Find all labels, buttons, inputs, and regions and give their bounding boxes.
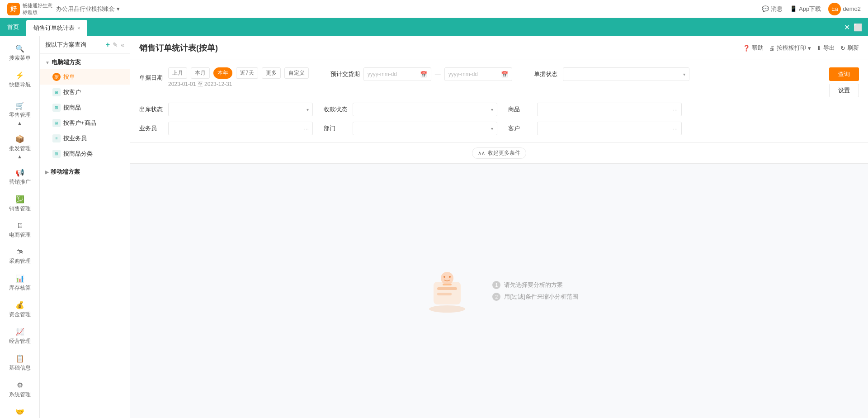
window-close-button[interactable]: ✕ [844, 23, 850, 32]
retail-icon: 🛒 [15, 101, 24, 110]
btn-7days[interactable]: 近7天 [236, 67, 258, 79]
scheme-by-salesman[interactable]: ≡ 按业务员 [40, 131, 130, 146]
svg-rect-3 [437, 293, 452, 295]
customer-input[interactable]: ··· [537, 122, 682, 135]
scheme-salesman-icon: ≡ [52, 134, 61, 142]
refresh-button[interactable]: ↻ 刷新 [840, 44, 859, 52]
edit-scheme-button[interactable]: ✎ [113, 41, 118, 48]
scheme-category-icon: ⊞ [52, 150, 61, 158]
sidebar-item-search[interactable]: 🔍 搜索菜单 [0, 40, 39, 66]
query-button[interactable]: 查询 [829, 67, 859, 81]
salesman-filter: 业务员 ··· [139, 122, 313, 135]
add-scheme-button[interactable]: + [106, 41, 110, 49]
top-bar-title[interactable]: 办公用品行业模拟账套 ▾ [56, 5, 120, 13]
left-panel: 按以下方案查询 + ✎ « ▼ 电脑端方案 按 按单 ⊞ 按客户 ⊞ 按商品 [40, 36, 130, 418]
salesman-input[interactable]: ··· [168, 122, 313, 135]
print-arrow-icon: ▾ [808, 45, 811, 52]
top-bar-right: 💬 消息 📱 App下载 Ea demo2 [762, 3, 861, 15]
date-range-text: 2023-01-01 至 2023-12-31 [168, 81, 309, 88]
scheme-by-order[interactable]: 按 按单 [40, 69, 130, 85]
inventory-icon: 📊 [15, 274, 24, 283]
calendar-icon2: 📅 [501, 71, 508, 78]
tab-close-icon[interactable]: × [77, 25, 80, 31]
sidebar-item-marketing[interactable]: 📢 营销推广 [0, 164, 39, 190]
scheme-by-category[interactable]: ⊞ 按商品分类 [40, 146, 130, 162]
top-bar: 好 畅捷通好生意 标题版 办公用品行业模拟账套 ▾ 💬 消息 📱 App下载 E… [0, 0, 868, 18]
btn-this-month[interactable]: 本月 [191, 67, 210, 79]
expand-icon2: ▲ [17, 154, 22, 159]
download-icon: 📱 [790, 5, 797, 12]
mobile-scheme-section: ▶ 移动端方案 [40, 163, 130, 180]
chevron-down-icon4: ▾ [491, 107, 493, 112]
sidebar-item-sales[interactable]: 💹 销售管理 [0, 190, 39, 217]
sidebar-item-system[interactable]: ⚙ 系统管理 [0, 376, 39, 403]
filter-row-3: 业务员 ··· 部门 ▾ 客户 [139, 122, 859, 135]
btn-custom[interactable]: 自定义 [284, 67, 309, 79]
payment-status-select[interactable]: ▾ [353, 103, 497, 116]
sidebar-item-basic[interactable]: 📋 基础信息 [0, 350, 39, 376]
message-button[interactable]: 💬 消息 [762, 5, 783, 13]
btn-this-year[interactable]: 本年 [213, 67, 232, 79]
customer-dots-icon[interactable]: ··· [673, 125, 678, 132]
scheme-by-customer[interactable]: ⊞ 按客户 [40, 85, 130, 100]
svg-point-5 [443, 276, 445, 278]
calendar-icon: 📅 [420, 71, 427, 78]
sidebar-item-wholesale[interactable]: 📦 批发管理 ▲ [0, 130, 39, 164]
export-button[interactable]: ⬇ 导出 [816, 44, 835, 52]
goods-input[interactable]: ··· [537, 103, 682, 116]
sidebar-item-ecommerce[interactable]: 🖥 电商管理 [0, 217, 39, 243]
logo-area: 好 畅捷通好生意 标题版 [7, 2, 52, 15]
sidebar-item-retail[interactable]: 🛒 零售管理 ▲ [0, 97, 39, 130]
collapse-panel-button[interactable]: « [121, 41, 124, 48]
tip-num-1: 1 [492, 281, 500, 289]
sales-icon: 💹 [15, 195, 24, 204]
expected-date-start[interactable]: yyyy-mm-dd 📅 [363, 67, 431, 81]
tab-bar: 首页 销售订单统计表 × ✕ ⬜ [0, 18, 868, 36]
pc-scheme-header[interactable]: ▼ 电脑端方案 [40, 56, 130, 69]
delivery-status-select[interactable]: ▾ [168, 103, 313, 116]
setting-button[interactable]: 设置 [829, 84, 859, 97]
sidebar-item-inventory[interactable]: 📊 库存核算 [0, 270, 39, 296]
sidebar-item-cooperation[interactable]: 🤝 企业协同 [0, 403, 39, 418]
main-layout: 🔍 搜索菜单 ⚡ 快捷导航 🛒 零售管理 ▲ 📦 批发管理 ▲ 📢 营销推广 💹… [0, 36, 868, 418]
logo-icon: 好 [7, 3, 20, 15]
customer-filter: 客户 ··· [508, 122, 682, 135]
dropdown-arrow-icon: ▾ [117, 5, 120, 12]
sidebar-item-finance[interactable]: 💰 资金管理 [0, 296, 39, 323]
tab-statistics[interactable]: 销售订单统计表 × [26, 20, 87, 36]
finance-icon: 💰 [15, 301, 24, 309]
scheme-by-goods[interactable]: ⊞ 按商品 [40, 100, 130, 115]
dept-select[interactable]: ▾ [353, 122, 497, 135]
expected-date-end[interactable]: yyyy-mm-dd 📅 [444, 67, 512, 81]
mobile-scheme-header[interactable]: ▶ 移动端方案 [40, 165, 130, 179]
tab-home[interactable]: 首页 [0, 18, 26, 36]
top-bar-left: 好 畅捷通好生意 标题版 办公用品行业模拟账套 ▾ [7, 2, 120, 15]
marketing-icon: 📢 [15, 168, 24, 177]
salesman-dots-icon[interactable]: ··· [304, 125, 309, 132]
print-icon: 🖨 [769, 45, 775, 52]
collapse-button[interactable]: ∧∧ 收起更多条件 [472, 147, 526, 159]
chevron-down-icon5: ▾ [491, 126, 493, 131]
svg-point-4 [441, 272, 453, 285]
wholesale-icon: 📦 [15, 135, 24, 143]
help-button[interactable]: ❓ 帮助 [743, 44, 764, 52]
sidebar-item-quicknav[interactable]: ⚡ 快捷导航 [0, 66, 39, 93]
app-download-button[interactable]: 📱 App下载 [790, 5, 821, 13]
btn-last-month[interactable]: 上月 [168, 67, 187, 79]
btn-more[interactable]: 更多 [262, 67, 281, 79]
sidebar-item-operations[interactable]: 📈 经营管理 [0, 323, 39, 350]
left-panel-header: 按以下方案查询 + ✎ « [40, 36, 130, 54]
scheme-by-customer-goods[interactable]: ⊞ 按客户+商品 [40, 115, 130, 131]
sidebar: 🔍 搜索菜单 ⚡ 快捷导航 🛒 零售管理 ▲ 📦 批发管理 ▲ 📢 营销推广 💹… [0, 36, 40, 418]
chevron-down-icon: ▾ [683, 72, 685, 77]
print-template-button[interactable]: 🖨 按模板打印 ▾ [769, 44, 811, 52]
filter-row-2: 出库状态 ▾ 收款状态 ▾ 商品 [139, 103, 859, 116]
goods-dots-icon[interactable]: ··· [673, 106, 678, 113]
window-restore-button[interactable]: ⬜ [854, 23, 863, 32]
user-area[interactable]: Ea demo2 [828, 3, 861, 15]
doc-status-filter: 单据状态 ▾ [534, 67, 689, 81]
svg-rect-7 [443, 284, 452, 285]
sidebar-item-purchase[interactable]: 🛍 采购管理 [0, 243, 39, 270]
scheme-goods-icon: ⊞ [52, 104, 61, 112]
doc-status-select[interactable]: ▾ [563, 67, 689, 81]
